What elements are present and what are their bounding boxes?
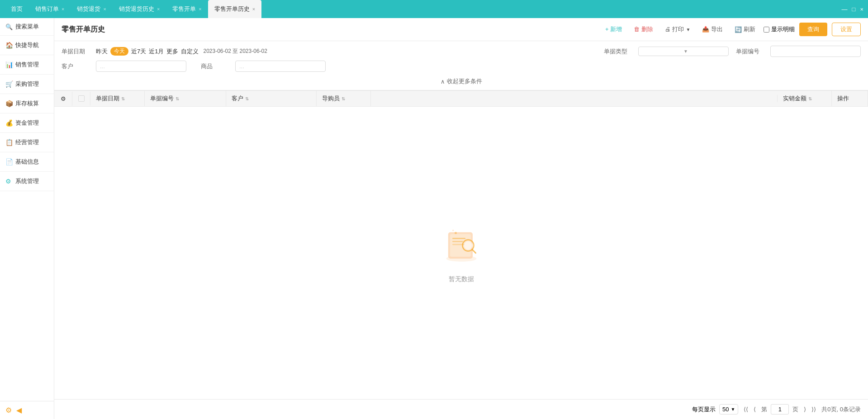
export-button[interactable]: 📤 导出: [698, 24, 726, 35]
tab-sales-order[interactable]: 销售订单 ×: [29, 0, 71, 18]
print-button[interactable]: 🖨 打印 ▼: [661, 24, 694, 35]
number-label: 单据编号: [736, 47, 763, 56]
empty-text: 暂无数据: [449, 275, 474, 283]
th-action: 操作: [832, 91, 868, 106]
first-page-btn[interactable]: ⟨⟨: [742, 405, 750, 414]
sidebar-item-finance[interactable]: 💰 资金管理: [0, 113, 54, 133]
type-select[interactable]: ▼: [638, 47, 729, 56]
page-suffix: 页: [791, 405, 800, 414]
page-info: 共0页, 0条记录: [821, 405, 861, 414]
page-title: 零售开单历史: [62, 25, 105, 34]
filter-row-1: 单据日期 昨天 今天 近7天 近1月 更多 自定义 2023-06-02 至 2…: [62, 46, 861, 57]
setting-button[interactable]: 设置: [832, 23, 861, 36]
add-button[interactable]: + 新增: [602, 24, 626, 35]
filter-row-2: 客户 ... 商品 ...: [62, 61, 861, 72]
type-select-arrow: ▼: [683, 49, 725, 54]
print-dropdown-icon[interactable]: ▼: [686, 27, 690, 32]
sort-date-icon[interactable]: ⇅: [121, 96, 125, 101]
customer-input[interactable]: ...: [96, 61, 186, 72]
inventory-icon: 📦: [5, 100, 13, 107]
home-icon: 🏠: [5, 42, 13, 49]
date-opt-custom[interactable]: 自定义: [181, 47, 199, 56]
settings-icon[interactable]: ⚙: [5, 406, 12, 414]
system-icon: ⚙: [5, 178, 13, 185]
content-area: 零售开单历史 + 新增 🗑 删除 🖨 打印 ▼ 📤 导出 🔄 刷新: [54, 18, 868, 419]
svg-point-7: [464, 241, 472, 249]
query-button[interactable]: 查询: [799, 23, 827, 36]
refresh-icon: 🔄: [735, 26, 742, 33]
type-label: 单据类型: [604, 47, 631, 56]
sort-customer-icon[interactable]: ⇅: [245, 96, 249, 101]
window-close-btn[interactable]: ×: [860, 6, 863, 13]
sort-amount-icon[interactable]: ⇅: [808, 96, 812, 101]
collapse-icon: ∧: [441, 78, 445, 85]
th-gear[interactable]: ⚙: [54, 92, 72, 106]
th-guide[interactable]: 导购员 ⇅: [317, 91, 371, 106]
collapse-row[interactable]: ∧ 收起更多条件: [62, 75, 861, 85]
tabs-container: 首页 销售订单 × 销货退货 × 销货退货历史 × 零售开单 × 零售开单历史 …: [5, 0, 842, 18]
minimize-btn[interactable]: —: [842, 6, 848, 13]
th-checkbox[interactable]: [72, 92, 90, 105]
sidebar-item-inventory[interactable]: 📦 库存核算: [0, 94, 54, 113]
page-header: 零售开单历史 + 新增 🗑 删除 🖨 打印 ▼ 📤 导出 🔄 刷新: [54, 18, 868, 41]
sidebar-item-purchase[interactable]: 🛒 采购管理: [0, 75, 54, 94]
number-input[interactable]: [770, 46, 861, 57]
maximize-btn[interactable]: □: [852, 6, 856, 13]
th-amount[interactable]: 实销金额 ⇅: [778, 91, 832, 106]
tab-home[interactable]: 首页: [5, 0, 29, 18]
date-opt-7days[interactable]: 近7天: [131, 47, 146, 56]
main-layout: 🔍 搜索菜单 🏠 快捷导航 📊 销售管理 🛒 采购管理 📦 库存核算 💰 资金管…: [0, 18, 868, 419]
prev-page-btn[interactable]: ⟨: [752, 405, 758, 414]
date-opt-more[interactable]: 更多: [166, 47, 178, 56]
close-tab-sales-return-history[interactable]: ×: [157, 6, 160, 12]
delete-button[interactable]: 🗑 删除: [630, 24, 657, 35]
close-tab-retail-order[interactable]: ×: [199, 6, 201, 12]
sidebar-item-business[interactable]: 📋 经营管理: [0, 133, 54, 152]
sidebar-search[interactable]: 🔍 搜索菜单: [0, 18, 54, 36]
sidebar-item-system[interactable]: ⚙ 系统管理: [0, 172, 54, 191]
display-detail-toggle[interactable]: 显示明细: [764, 25, 795, 33]
page-size-arrow: ▼: [730, 407, 735, 412]
purchase-icon: 🛒: [5, 80, 13, 88]
date-opt-1month[interactable]: 近1月: [149, 47, 164, 56]
close-tab-sales-order[interactable]: ×: [62, 6, 64, 12]
page-size-select[interactable]: 50 ▼: [719, 404, 738, 414]
sidebar-item-sales[interactable]: 📊 销售管理: [0, 55, 54, 75]
date-options: 昨天 今天 近7天 近1月 更多 自定义 2023-06-02 至 2023-0…: [96, 47, 267, 56]
tab-sales-return-history[interactable]: 销货退货历史 ×: [113, 0, 166, 18]
tab-retail-history[interactable]: 零售开单历史 ×: [208, 0, 261, 18]
date-opt-yesterday[interactable]: 昨天: [96, 47, 108, 56]
empty-illustration: [439, 223, 484, 268]
sales-icon: 📊: [5, 61, 13, 68]
table-area: ⚙ 单据日期 ⇅ 单据编号 ⇅ 客户 ⇅ 导购员 ⇅: [54, 90, 868, 399]
th-number[interactable]: 单据编号 ⇅: [145, 91, 226, 106]
sort-guide-icon[interactable]: ⇅: [342, 96, 345, 101]
top-bar: 首页 销售订单 × 销货退货 × 销货退货历史 × 零售开单 × 零售开单历史 …: [0, 0, 868, 18]
close-tab-sales-return[interactable]: ×: [103, 6, 106, 12]
svg-point-10: [452, 230, 454, 231]
goods-input[interactable]: ...: [235, 61, 326, 72]
collapse-sidebar-icon[interactable]: ◀: [16, 406, 22, 414]
tab-sales-return[interactable]: 销货退货 ×: [71, 0, 112, 18]
page-number-input[interactable]: [771, 404, 789, 414]
table-header: ⚙ 单据日期 ⇅ 单据编号 ⇅ 客户 ⇅ 导购员 ⇅: [54, 90, 868, 107]
sort-number-icon[interactable]: ⇅: [175, 96, 179, 101]
next-page-btn[interactable]: ⟩: [802, 405, 808, 414]
business-icon: 📋: [5, 139, 13, 146]
close-tab-retail-history[interactable]: ×: [252, 6, 255, 12]
display-detail-checkbox[interactable]: [764, 27, 769, 33]
page-label: 第: [759, 405, 769, 414]
sidebar-item-basic-info[interactable]: 📄 基础信息: [0, 152, 54, 172]
goods-label: 商品: [201, 62, 228, 71]
filter-type-number: 单据类型 ▼ 单据编号: [604, 46, 861, 57]
sidebar-item-quick-nav[interactable]: 🏠 快捷导航: [0, 36, 54, 55]
th-date[interactable]: 单据日期 ⇅: [90, 91, 145, 106]
select-all-checkbox[interactable]: [78, 95, 85, 102]
date-opt-today[interactable]: 今天: [110, 47, 128, 56]
svg-point-9: [455, 232, 457, 234]
refresh-button[interactable]: 🔄 刷新: [731, 24, 759, 35]
tab-retail-order[interactable]: 零售开单 ×: [166, 0, 208, 18]
empty-state: 暂无数据: [54, 107, 868, 399]
last-page-btn[interactable]: ⟩⟩: [810, 405, 818, 414]
th-customer[interactable]: 客户 ⇅: [226, 91, 317, 106]
